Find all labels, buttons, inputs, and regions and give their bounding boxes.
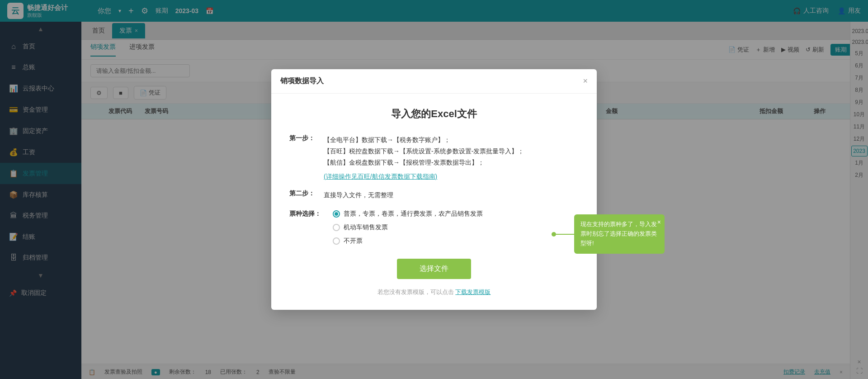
step1-line2: 【百旺】税控盘数据下载→【系统设置-系统参数设置-发票批量导入】； xyxy=(324,146,524,157)
radio-general-circle xyxy=(333,210,340,218)
radio-noticket-label: 不开票 xyxy=(344,237,363,245)
step2-row: 第二步： 直接导入文件，无需整理 xyxy=(289,190,579,201)
ticket-row: 票种选择： 普票，专票，卷票，通行费发票，农产品销售发票 机动车销售发票 不开票 xyxy=(289,210,579,245)
tooltip-anchor: 现在支持的票种多了，导入发票时别忘了选择正确的发票类型呀! × xyxy=(552,214,665,253)
download-tip-text: 若您没有发票模版，可以点击 xyxy=(377,289,454,295)
radio-general[interactable]: 普票，专票，卷票，通行费发票，农产品销售发票 xyxy=(333,210,483,218)
step1-content: 【全电平台】数据下载→【税务数字账户】； 【百旺】税控盘数据下载→【系统设置-系… xyxy=(324,134,524,183)
modal-overlay[interactable]: 销项数据导入 × 导入您的Excel文件 第一步： 【全电平台】数据下载→【税务… xyxy=(0,0,868,379)
step1-label: 第一步： xyxy=(289,134,316,183)
tooltip-dot xyxy=(552,232,556,237)
radio-noticket[interactable]: 不开票 xyxy=(333,237,483,245)
modal-body: 导入您的Excel文件 第一步： 【全电平台】数据下载→【税务数字账户】； 【百… xyxy=(271,94,597,310)
radio-motor-circle xyxy=(333,224,340,231)
import-modal: 销项数据导入 × 导入您的Excel文件 第一步： 【全电平台】数据下载→【税务… xyxy=(271,69,597,310)
tooltip-text: 现在支持的票种多了，导入发票时别忘了选择正确的发票类型呀! xyxy=(580,221,657,246)
step1-line1: 【全电平台】数据下载→【税务数字账户】； xyxy=(324,134,524,146)
modal-header: 销项数据导入 × xyxy=(271,69,597,94)
modal-close-btn[interactable]: × xyxy=(583,76,588,86)
step2-content: 直接导入文件，无需整理 xyxy=(324,190,393,201)
tooltip-line xyxy=(556,234,574,235)
step1-row: 第一步： 【全电平台】数据下载→【税务数字账户】； 【百旺】税控盘数据下载→【系… xyxy=(289,134,579,183)
radio-noticket-circle xyxy=(333,237,340,245)
download-tip: 若您没有发票模版，可以点击 下载发票模版 xyxy=(289,288,579,296)
ticket-label: 票种选择： xyxy=(289,210,326,218)
radio-general-label: 普票，专票，卷票，通行费发票，农产品销售发票 xyxy=(344,210,483,218)
modal-title: 销项数据导入 xyxy=(280,76,324,86)
download-template-link[interactable]: 下载发票模版 xyxy=(455,289,491,295)
select-file-btn[interactable]: 选择文件 xyxy=(397,259,471,279)
tooltip-bubble: 现在支持的票种多了，导入发票时别忘了选择正确的发票类型呀! × xyxy=(574,214,665,253)
radio-motor[interactable]: 机动车销售发票 xyxy=(333,223,483,232)
step2-label: 第二步： xyxy=(289,190,316,201)
radio-group: 普票，专票，卷票，通行费发票，农产品销售发票 机动车销售发票 不开票 xyxy=(333,210,483,245)
modal-main-title: 导入您的Excel文件 xyxy=(289,107,579,121)
step1-link[interactable]: (详细操作见百旺/航信发票数据下载指南) xyxy=(324,173,437,180)
select-file-label: 选择文件 xyxy=(420,265,448,272)
tooltip-close-btn[interactable]: × xyxy=(657,217,661,227)
radio-motor-label: 机动车销售发票 xyxy=(344,223,388,232)
step1-line3: 【航信】金税盘数据下载→【报税管理-发票数据导出】； xyxy=(324,157,524,168)
